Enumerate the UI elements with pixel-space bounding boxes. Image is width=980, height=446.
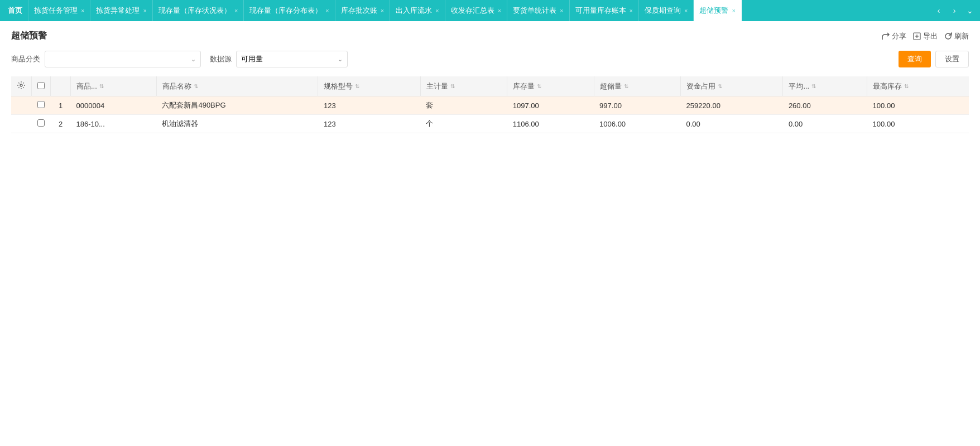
row-num: 1 [51,96,71,115]
nav-close-6[interactable]: × [435,7,439,14]
sort-capital-icon: ⇅ [718,83,722,89]
nav-item-1[interactable]: 拣货任务管理 × [28,0,90,21]
col-average[interactable]: 平均... ⇅ [783,76,867,96]
sort-spec-icon: ⇅ [355,83,359,89]
nav-close-1[interactable]: × [81,7,84,14]
nav-item-2-label: 拣货异常处理 [96,6,140,16]
col-product-code-label: 商品... [76,81,97,91]
refresh-button[interactable]: 刷新 [944,31,969,41]
nav-close-5[interactable]: × [381,7,384,14]
nav-item-active[interactable]: 超储预警 × [694,0,741,21]
row-stock: 1106.00 [507,115,594,133]
nav-item-3[interactable]: 现存量（库存状况表） × [153,0,244,21]
row-checkbox[interactable] [37,101,45,108]
header-actions: 分享 导出 刷新 [882,31,969,41]
nav-item-10[interactable]: 保质期查询 × [639,0,694,21]
row-unit: 个 [420,115,507,133]
datasource-select[interactable]: 可用量 ⌄ [236,51,348,67]
sort-stock-icon: ⇅ [537,83,541,89]
row-checkbox-cell[interactable] [32,115,51,133]
nav-menu-btn[interactable]: ⌄ [962,0,978,21]
row-settings-cell [11,115,32,133]
row-spec: 123 [318,115,420,133]
sort-unit-icon: ⇅ [450,83,455,89]
page-header: 超储预警 分享 导出 刷新 [11,30,969,42]
col-product-name-label: 商品名称 [162,81,191,91]
row-spec: 123 [318,96,420,115]
nav-item-4-label: 现存量（库存分布表） [249,6,322,16]
row-overstock: 1006.00 [594,115,680,133]
col-overstock[interactable]: 超储量 ⇅ [594,76,680,96]
nav-item-2[interactable]: 拣货异常处理 × [90,0,152,21]
nav-item-9[interactable]: 可用量库存账本 × [570,0,639,21]
sort-average-icon: ⇅ [811,83,816,89]
nav-close-7[interactable]: × [498,7,501,14]
nav-item-5[interactable]: 库存批次账 × [335,0,390,21]
nav-close-3[interactable]: × [234,7,238,14]
nav-next-btn[interactable]: › [947,0,962,21]
nav-item-6-label: 出入库流水 [396,6,432,16]
row-maxstock: 100.00 [867,96,969,115]
col-capital[interactable]: 资金占用 ⇅ [680,76,782,96]
page-content: 超储预警 分享 导出 刷新 [0,21,980,446]
col-maxstock[interactable]: 最高库存 ⇅ [867,76,969,96]
sort-product-code-icon: ⇅ [99,83,104,89]
col-unit[interactable]: 主计量 ⇅ [420,76,507,96]
row-product-code: 186-10... [71,115,157,133]
filter-group-datasource: 数据源 可用量 ⌄ [210,51,348,67]
nav-home[interactable]: 首页 [2,0,28,21]
share-button[interactable]: 分享 [882,31,906,41]
row-capital: 259220.00 [680,96,782,115]
category-chevron-icon: ⌄ [191,56,196,63]
nav-item-8[interactable]: 要货单统计表 × [507,0,569,21]
top-nav: 首页 拣货任务管理 × 拣货异常处理 × 现存量（库存状况表） × 现存量（库存… [0,0,980,21]
col-stock-label: 库存量 [513,81,535,91]
nav-close-9[interactable]: × [630,7,633,14]
filter-row: 商品分类 ⌄ 数据源 可用量 ⌄ 查询 设置 [11,51,969,67]
nav-close-8[interactable]: × [560,7,563,14]
col-checkbox-header[interactable] [32,76,51,96]
col-stock[interactable]: 库存量 ⇅ [507,76,594,96]
table-row: 2 186-10... 机油滤清器 123 个 1106.00 1006.00 … [11,115,969,133]
export-icon [913,32,921,40]
nav-close-2[interactable]: × [143,7,146,14]
datasource-label: 数据源 [210,54,232,64]
row-unit: 套 [420,96,507,115]
row-checkbox-cell[interactable] [32,96,51,115]
row-average: 0.00 [783,115,867,133]
nav-close-11[interactable]: × [732,7,735,14]
col-product-name[interactable]: 商品名称 ⇅ [156,76,318,96]
row-overstock: 997.00 [594,96,680,115]
page-title: 超储预警 [11,30,47,42]
col-product-code[interactable]: 商品... ⇅ [71,76,157,96]
category-label: 商品分类 [11,54,40,64]
row-product-name: 六配套新昌490BPG [156,96,318,115]
settings-button[interactable]: 设置 [935,51,969,67]
col-average-label: 平均... [789,81,809,91]
nav-close-4[interactable]: × [325,7,329,14]
query-button[interactable]: 查询 [899,51,931,67]
nav-prev-btn[interactable]: ‹ [931,0,947,21]
nav-item-7[interactable]: 收发存汇总表 × [445,0,507,21]
svg-point-1 [20,84,22,86]
col-overstock-label: 超储量 [600,81,622,91]
nav-item-4[interactable]: 现存量（库存分布表） × [244,0,335,21]
row-checkbox[interactable] [37,119,45,127]
nav-close-10[interactable]: × [684,7,688,14]
export-button[interactable]: 导出 [913,31,938,41]
col-maxstock-label: 最高库存 [873,81,902,91]
row-settings-cell [11,96,32,115]
nav-item-10-label: 保质期查询 [645,6,681,16]
nav-item-6[interactable]: 出入库流水 × [390,0,445,21]
col-unit-label: 主计量 [426,81,448,91]
category-select[interactable]: ⌄ [45,51,201,67]
nav-item-1-label: 拣货任务管理 [34,6,78,16]
col-spec[interactable]: 规格型号 ⇅ [318,76,420,96]
row-num: 2 [51,115,71,133]
row-product-code: 0000004 [71,96,157,115]
table-body: 1 0000004 六配套新昌490BPG 123 套 1097.00 997.… [11,96,969,133]
data-table: 商品... ⇅ 商品名称 ⇅ 规格型号 ⇅ [11,76,969,133]
col-settings[interactable] [11,76,32,96]
nav-home-label: 首页 [8,6,22,16]
select-all-checkbox[interactable] [37,82,45,89]
